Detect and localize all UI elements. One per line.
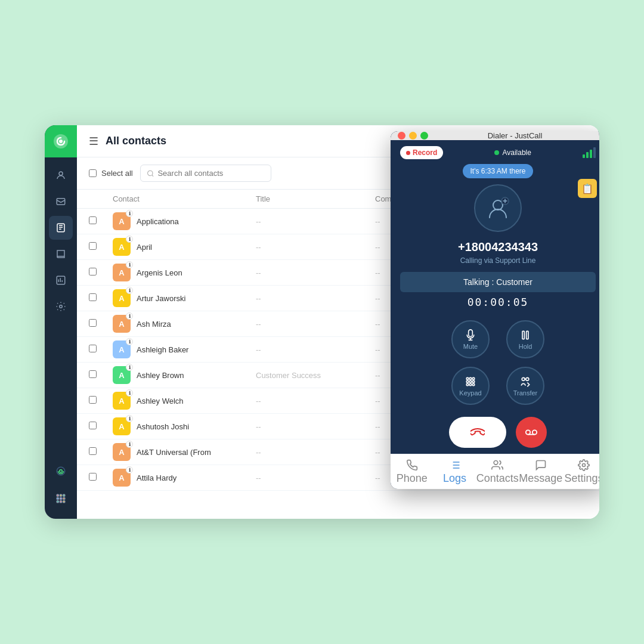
svg-rect-29	[469, 380, 471, 382]
record-button[interactable]: Record	[400, 146, 443, 159]
avatar-badge: ℹ	[126, 338, 133, 345]
contact-cell: A ℹ April	[113, 238, 256, 256]
row-checkbox[interactable]	[89, 396, 97, 404]
close-button[interactable]	[398, 132, 405, 140]
svg-rect-12	[57, 498, 58, 500]
svg-point-36	[526, 430, 530, 434]
mute-button[interactable]: Mute	[451, 320, 490, 358]
row-checkbox[interactable]	[89, 447, 97, 455]
avatar-badge: ℹ	[126, 415, 133, 422]
contact-cell: A ℹ Ashutosh Joshi	[113, 417, 256, 435]
menu-icon[interactable]: ☰	[89, 135, 98, 148]
row-checkbox[interactable]	[89, 242, 97, 250]
signal-bar-3	[590, 150, 592, 158]
avatar: A ℹ	[113, 469, 131, 487]
row-checkbox[interactable]	[89, 319, 97, 327]
nav-settings[interactable]: Settings	[562, 456, 599, 488]
contact-name: At&T Universal (From	[137, 448, 211, 457]
avatar: A ℹ	[113, 443, 131, 461]
calling-via: Calling via Support Line	[460, 256, 536, 265]
search-input[interactable]	[157, 169, 264, 178]
row-checkbox[interactable]	[89, 216, 97, 224]
contact-name: Ash Mirza	[137, 320, 171, 329]
row-checkbox[interactable]	[89, 268, 97, 275]
time-badge: It's 6:33 AM there	[463, 164, 532, 178]
contact-title: Customer Success	[256, 371, 375, 380]
svg-point-37	[532, 430, 537, 434]
svg-rect-24	[527, 331, 528, 339]
row-checkbox[interactable]	[89, 422, 97, 429]
row-checkbox[interactable]	[89, 293, 97, 301]
avatar-badge: ℹ	[126, 236, 133, 243]
svg-rect-14	[63, 498, 65, 500]
svg-point-35	[526, 377, 529, 380]
maximize-button[interactable]	[420, 132, 428, 140]
dialer-controls: Mute Hold Keypad	[400, 320, 596, 405]
record-dot	[406, 151, 410, 155]
nav-logs[interactable]: Logs	[434, 456, 476, 488]
svg-rect-15	[57, 501, 58, 503]
nav-message[interactable]: Message	[519, 456, 562, 488]
select-all-checkbox[interactable]	[89, 169, 97, 177]
avatar-badge: ℹ	[126, 210, 133, 217]
avatar-badge: ℹ	[126, 312, 133, 320]
voicemail-button[interactable]	[516, 417, 547, 448]
transfer-button[interactable]: Transfer	[506, 367, 544, 405]
avatar: A ℹ	[113, 238, 131, 256]
contact-cell: A ℹ Attila Hardy	[113, 469, 256, 487]
contact-name: April	[137, 243, 152, 252]
sidebar-settings[interactable]	[49, 295, 73, 318]
nav-contacts-label: Contacts	[476, 472, 519, 485]
keypad-label: Keypad	[459, 389, 481, 397]
available-badge: Available	[494, 148, 531, 157]
sidebar-chart[interactable]	[49, 268, 73, 292]
row-checkbox[interactable]	[89, 370, 97, 378]
svg-rect-3	[57, 199, 65, 205]
sidebar-inbox[interactable]	[49, 190, 73, 213]
nav-phone[interactable]: Phone	[391, 456, 434, 488]
svg-point-7	[60, 470, 63, 473]
sidebar-apps[interactable]	[49, 487, 73, 510]
row-checkbox[interactable]	[89, 473, 97, 481]
app-window: ☰ All contacts Ex Select all Contact Tit…	[45, 125, 599, 519]
hangup-button[interactable]	[449, 417, 506, 448]
transfer-label: Transfer	[513, 389, 538, 397]
hold-button[interactable]: Hold	[506, 320, 544, 358]
contact-cell: A ℹ Ashley Welch	[113, 392, 256, 410]
select-all-label: Select all	[101, 169, 133, 178]
row-checkbox[interactable]	[89, 345, 97, 352]
svg-point-6	[60, 305, 63, 308]
svg-rect-30	[472, 380, 474, 382]
contact-title: --	[256, 320, 375, 329]
avatar: A ℹ	[113, 264, 131, 281]
svg-rect-27	[472, 377, 474, 379]
dialer-title: Dialer - JustCall	[432, 131, 598, 140]
contact-cell: A ℹ Artur Jaworski	[113, 289, 256, 307]
keypad-button[interactable]: Keypad	[451, 367, 490, 405]
app-logo[interactable]	[45, 125, 77, 157]
svg-rect-9	[57, 494, 58, 496]
note-button[interactable]: 📋	[578, 179, 597, 198]
signal-bar-4	[593, 147, 596, 158]
signal-bar-2	[586, 152, 589, 158]
dialer-nav: Phone Logs Contacts Message Settings	[391, 454, 599, 489]
contact-cell: A ℹ Ashleigh Baker	[113, 340, 256, 358]
sidebar-integrations[interactable]	[49, 459, 73, 483]
contact-name: Ashley Welch	[137, 397, 184, 405]
svg-point-2	[59, 172, 63, 175]
avatar-badge: ℹ	[126, 364, 133, 371]
avatar-badge: ℹ	[126, 466, 133, 473]
svg-rect-17	[63, 501, 65, 503]
sidebar-home[interactable]	[49, 163, 73, 187]
available-label: Available	[502, 148, 531, 157]
nav-contacts[interactable]: Contacts	[476, 456, 519, 488]
dialer-body: Record Available 📋 It's 6:33 AM there	[391, 140, 599, 454]
sidebar-book[interactable]	[49, 242, 73, 266]
minimize-button[interactable]	[409, 132, 417, 140]
sidebar-contacts[interactable]	[49, 216, 73, 240]
contact-name: Argenis Leon	[137, 268, 182, 277]
svg-rect-10	[60, 494, 62, 496]
nav-logs-label: Logs	[443, 472, 466, 485]
search-icon	[147, 169, 154, 178]
contact-cell: A ℹ Ashley Brown	[113, 366, 256, 384]
